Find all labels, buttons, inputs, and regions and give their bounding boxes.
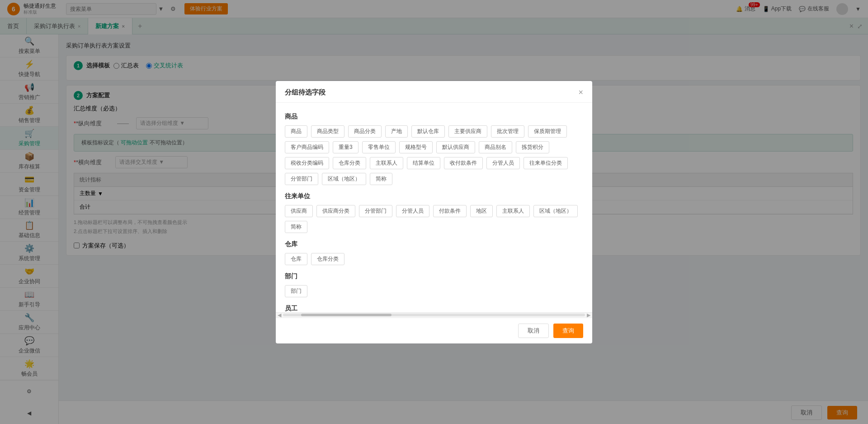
field-tag[interactable]: 区域（地区） [533,205,578,217]
field-tag[interactable]: 拣货积分 [516,141,549,153]
field-tag[interactable]: 收付款条件 [444,157,483,169]
field-tag[interactable]: 主联系人 [496,205,530,217]
field-tag[interactable]: 主要供应商 [448,125,487,138]
hscroll-thumb[interactable] [301,314,392,316]
hscroll-track [283,314,585,316]
field-tag[interactable]: 产地 [385,125,408,138]
field-tags-goods: 商品 商品类型 商品分类 产地 默认仓库 主要供应商 批次管理 保质期管理 客户… [285,125,583,185]
field-tag[interactable]: 规格型号 [399,141,433,153]
section-title-warehouse: 仓库 [285,240,583,248]
modal-header: 分组待选字段 × [276,81,592,103]
section-title-dept: 部门 [285,272,583,281]
section-title-employee: 员工 [285,305,583,312]
field-tag[interactable]: 往来单位分类 [524,157,568,169]
field-tag[interactable]: 供应商分类 [316,205,355,217]
field-tag[interactable]: 商品 [285,125,307,138]
modal-horizontal-scrollbar[interactable]: ◀ ▶ [276,312,592,318]
section-title-partner: 往来单位 [285,192,583,200]
field-tag[interactable]: 仓库分类 [333,157,366,169]
field-tag[interactable]: 批次管理 [491,125,524,138]
field-tag[interactable]: 商品别名 [479,141,512,153]
field-tag[interactable]: 分管人员 [396,205,429,217]
field-tag[interactable]: 分管部门 [359,205,392,217]
modal-confirm-button[interactable]: 查询 [553,324,583,338]
field-tag[interactable]: 零售单位 [362,141,396,153]
field-tag[interactable]: 地区 [470,205,493,217]
field-tag[interactable]: 分管部门 [285,173,318,185]
field-tag[interactable]: 商品类型 [311,125,344,138]
modal-footer: 取消 查询 [276,318,592,343]
modal-cancel-button[interactable]: 取消 [518,324,549,338]
modal-body: 商品 商品 商品类型 商品分类 产地 默认仓库 主要供应商 批次管理 保质期管理… [276,103,592,312]
field-tag[interactable]: 分管人员 [486,157,520,169]
field-tag[interactable]: 区域（地区） [322,173,366,185]
field-tag[interactable]: 仓库分类 [311,253,344,265]
field-tag[interactable]: 保质期管理 [528,125,567,138]
modal-overlay: 分组待选字段 × 商品 商品 商品类型 商品分类 产地 默认仓库 主要供应商 批… [0,0,868,424]
field-tag[interactable]: 简称 [370,173,392,185]
field-tag[interactable]: 税收分类编码 [285,157,329,169]
modal-title: 分组待选字段 [285,88,326,97]
field-tags-partner: 供应商 供应商分类 分管部门 分管人员 付款条件 地区 主联系人 区域（地区） … [285,205,583,233]
field-tag[interactable]: 部门 [285,285,307,297]
field-tag[interactable]: 主联系人 [370,157,403,169]
field-tag[interactable]: 供应商 [285,205,313,217]
field-tag[interactable]: 结算单位 [407,157,440,169]
field-tags-warehouse: 仓库 仓库分类 [285,253,583,265]
field-tag[interactable]: 简称 [285,221,307,233]
field-select-modal: 分组待选字段 × 商品 商品 商品类型 商品分类 产地 默认仓库 主要供应商 批… [276,81,592,343]
field-tag[interactable]: 仓库 [285,253,307,265]
modal-close-button[interactable]: × [578,88,583,96]
field-tag[interactable]: 默认供应商 [436,141,475,153]
field-tag[interactable]: 付款条件 [433,205,467,217]
section-title-goods: 商品 [285,113,583,121]
field-tag[interactable]: 商品分类 [348,125,382,138]
field-tag[interactable]: 默认仓库 [411,125,445,138]
field-tag[interactable]: 客户商品编码 [285,141,329,153]
field-tag[interactable]: 重量3 [333,141,359,153]
field-tags-dept: 部门 [285,285,583,297]
